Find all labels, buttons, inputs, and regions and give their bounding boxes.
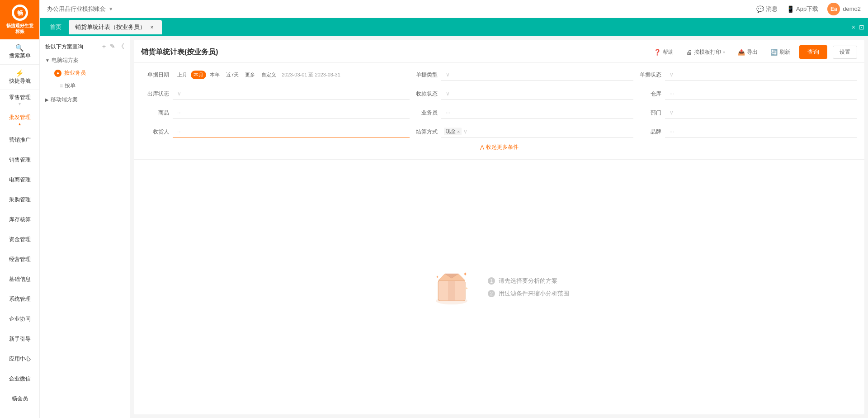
sidebar-item-shortcut[interactable]: ⚡ 快捷导航: [0, 65, 39, 90]
sidebar-item-purchase[interactable]: 采购管理: [0, 190, 39, 209]
settlement-dropdown-icon[interactable]: ∨: [463, 128, 467, 135]
sidebar-item-search[interactable]: 🔍 搜索菜单: [0, 39, 39, 65]
active-item-dot: ●: [54, 70, 61, 77]
content-area: 按以下方案查询 ＋ ✎ 《 ▼ 电脑端方案 ● 按业务员 ≡ 按: [40, 36, 868, 418]
sidebar-item-retail[interactable]: 零售管理 ▾: [0, 90, 39, 110]
brand-more-icon[interactable]: ···: [670, 128, 674, 135]
goods-more-icon[interactable]: ···: [177, 109, 182, 116]
message-action[interactable]: 💬 消息: [756, 5, 778, 13]
date-tab-more[interactable]: 更多: [242, 71, 258, 79]
right-panel: 销货单统计表(按业务员) ❓ 帮助 🖨 按模板打印 ▾ 📤 导出: [134, 40, 864, 414]
sidebar-item-sales[interactable]: 销售管理: [0, 150, 39, 170]
date-tab-7days[interactable]: 近7天: [223, 71, 241, 79]
salesperson-control[interactable]: ···: [441, 106, 633, 119]
sidebar-item-ecommerce[interactable]: 电商管理: [0, 170, 39, 190]
add-scheme-icon[interactable]: ＋: [101, 43, 107, 51]
page-header: 销货单统计表(按业务员) ❓ 帮助 🖨 按模板打印 ▾ 📤 导出: [134, 40, 864, 63]
sidebar-item-system[interactable]: 系统管理: [0, 289, 39, 309]
settlement-label: 结算方式: [410, 128, 441, 136]
date-tab-this-month[interactable]: 本月: [191, 71, 206, 79]
sidebar-item-wechat[interactable]: 企业微信: [0, 369, 39, 389]
refresh-button[interactable]: 🔄 刷新: [767, 47, 794, 58]
empty-illustration: ✦ ✦ ✦: [429, 265, 474, 310]
tab-maximize-icon[interactable]: ⊡: [859, 24, 864, 31]
sidebar-logo: 畅 畅捷通好生意 标账: [0, 0, 40, 39]
tree-group-desktop: ▼ 电脑端方案 ● 按业务员 ≡ 按单: [40, 53, 130, 93]
receipt-status-dropdown-icon[interactable]: ∨: [446, 90, 450, 97]
settings-button[interactable]: 设置: [833, 46, 857, 59]
order-icon: ≡: [60, 83, 63, 89]
username: demo2: [843, 5, 861, 12]
tree-item-by-order[interactable]: ≡ 按单: [40, 80, 130, 92]
help-button[interactable]: ❓ 帮助: [650, 47, 677, 58]
sidebar-item-appstore[interactable]: 应用中心: [0, 349, 39, 369]
export-button[interactable]: 📤 导出: [734, 47, 761, 58]
bill-type-control[interactable]: ∨: [441, 68, 633, 81]
consignee-more-icon[interactable]: ···: [177, 128, 182, 135]
tree-group-desktop-label[interactable]: ▼ 电脑端方案: [40, 54, 130, 66]
sidebar-item-member[interactable]: 畅会员: [0, 389, 39, 408]
query-button[interactable]: 查询: [799, 45, 827, 59]
department-dropdown-icon[interactable]: ∨: [670, 109, 674, 116]
empty-tip-2: 2 用过滤条件来缩小分析范围: [488, 290, 569, 298]
sidebar-item-enterprise[interactable]: 企业协同: [0, 309, 39, 329]
left-panel-icons: ＋ ✎ 《: [101, 43, 124, 51]
tab-report[interactable]: 销货单统计表（按业务员） ×: [69, 20, 162, 34]
department-label: 部门: [633, 109, 665, 117]
sidebar-item-newbie[interactable]: 新手引导: [0, 329, 39, 349]
sidebar-item-marketing[interactable]: 营销推广: [0, 130, 39, 150]
sidebar-item-basic[interactable]: 基础信息: [0, 269, 39, 289]
app-download-action[interactable]: 📱 App下载: [787, 5, 818, 13]
receipt-status-label: 收款状态: [410, 90, 441, 98]
brand-control[interactable]: ···: [665, 125, 857, 138]
receipt-status-control[interactable]: ∨: [441, 87, 633, 100]
dropdown-icon[interactable]: ▾: [109, 5, 113, 12]
out-status-dropdown-icon[interactable]: ∨: [177, 90, 181, 97]
warehouse-more-icon[interactable]: ···: [670, 90, 674, 97]
help-icon: ❓: [654, 49, 661, 56]
logo-text: 畅捷通好生意: [6, 23, 33, 28]
tab-close-icon[interactable]: ×: [148, 24, 156, 31]
bill-status-dropdown-icon[interactable]: ∨: [670, 71, 674, 78]
date-tab-this-year[interactable]: 本年: [207, 71, 222, 79]
main-area: 办公用品行业模拟账套 ▾ 💬 消息 📱 App下载 Ea demo2 首页: [40, 0, 868, 418]
collapse-panel-icon[interactable]: 《: [118, 43, 124, 51]
page-title: 销货单统计表(按业务员): [141, 48, 218, 57]
bill-type-dropdown-icon[interactable]: ∨: [446, 71, 450, 78]
tab-close-window-icon[interactable]: ×: [852, 24, 855, 31]
edit-scheme-icon[interactable]: ✎: [110, 43, 115, 51]
tree-group-mobile-label[interactable]: ▶ 移动端方案: [40, 94, 130, 106]
consignee-control[interactable]: ···: [173, 125, 410, 138]
salesperson-more-icon[interactable]: ···: [446, 109, 450, 116]
sidebar-item-operations[interactable]: 经营管理: [0, 249, 39, 269]
date-label: 单据日期: [141, 71, 173, 79]
app-download-label: App下载: [796, 5, 818, 13]
goods-control[interactable]: ···: [173, 106, 410, 119]
print-dropdown-icon: ▾: [723, 50, 725, 55]
tab-bar-actions: × ⊡: [852, 24, 864, 31]
sidebar: 畅 畅捷通好生意 标账 🔍 搜索菜单 ⚡ 快捷导航 零售管理 ▾ 批发管理 ▴ …: [0, 0, 40, 418]
warehouse-control[interactable]: ···: [665, 87, 857, 100]
tree-item-by-salesperson[interactable]: ● 按业务员: [40, 66, 130, 80]
settlement-control[interactable]: 现金 × ∨: [441, 125, 633, 138]
print-button[interactable]: 🖨 按模板打印 ▾: [683, 47, 729, 58]
warehouse-label: 仓库: [633, 90, 665, 98]
department-control[interactable]: ∨: [665, 106, 857, 119]
sidebar-item-finance[interactable]: 资金管理: [0, 229, 39, 249]
app-name: 办公用品行业模拟账套: [47, 5, 106, 13]
sidebar-item-wholesale[interactable]: 批发管理 ▴: [0, 110, 39, 130]
out-status-control[interactable]: ∨: [173, 87, 410, 100]
settlement-tag-close[interactable]: ×: [457, 129, 460, 134]
collapse-filters-button[interactable]: ⋀ 收起更多条件: [141, 141, 857, 154]
print-icon: 🖨: [686, 49, 692, 56]
sidebar-item-stock[interactable]: 库存核算: [0, 209, 39, 229]
user-profile[interactable]: Ea demo2: [827, 3, 861, 15]
out-status-label: 出库状态: [141, 90, 173, 98]
date-tab-custom[interactable]: 自定义: [259, 71, 279, 79]
avatar: Ea: [827, 3, 840, 15]
tab-home[interactable]: 首页: [43, 20, 68, 34]
date-tab-last-month[interactable]: 上月: [175, 71, 190, 79]
refresh-icon: 🔄: [770, 49, 778, 56]
header-left: 办公用品行业模拟账套 ▾: [47, 5, 113, 13]
bill-status-control[interactable]: ∨: [665, 68, 857, 81]
